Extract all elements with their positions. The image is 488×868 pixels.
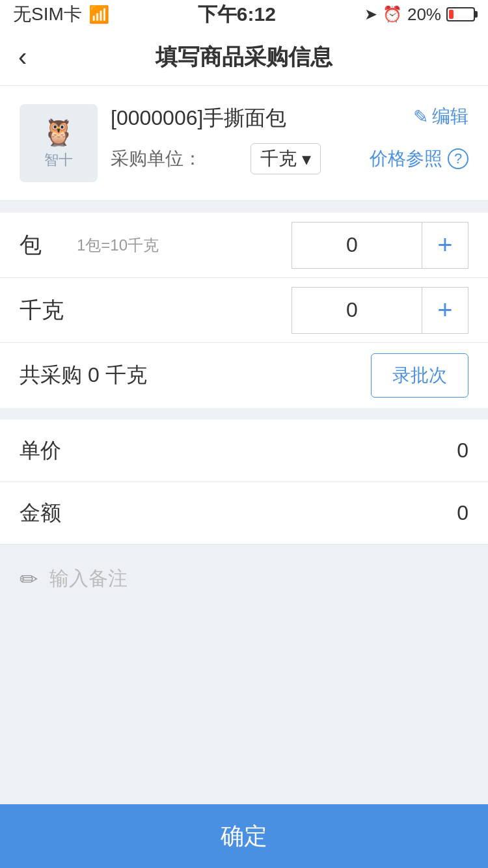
batch-button[interactable]: 录批次	[371, 353, 468, 398]
brand-text: 智十	[44, 150, 73, 170]
edit-label: 编辑	[432, 104, 468, 129]
kg-input-row: 千克 +	[0, 278, 488, 343]
unit-value: 千克	[260, 146, 297, 171]
product-image: 🦉 智十	[20, 104, 98, 182]
section-divider-2	[0, 408, 488, 420]
section-divider-1	[0, 201, 488, 213]
battery-icon	[446, 7, 475, 21]
pencil-icon: ✏	[20, 566, 38, 592]
nav-bar: ‹ 填写商品采购信息	[0, 29, 488, 86]
bottom-space	[0, 613, 488, 808]
location-icon: ➤	[364, 5, 377, 23]
carrier-label: 无SIM卡	[13, 2, 82, 27]
product-name: [0000006]手撕面包	[111, 104, 286, 133]
help-icon: ?	[448, 148, 468, 169]
wifi-icon: 📶	[88, 5, 109, 25]
bag-label: 包	[20, 230, 72, 260]
amount-row: 金额 0	[0, 482, 488, 545]
bag-plus-button[interactable]: +	[422, 222, 468, 269]
input-section: 包 1包=10千克 + 千克 + 共采购 0 千克 录批次	[0, 213, 488, 408]
kg-plus-button[interactable]: +	[422, 287, 468, 334]
confirm-button[interactable]: 确定	[0, 804, 488, 868]
remark-section[interactable]: ✏ 输入备注	[0, 545, 488, 613]
amount-value: 0	[457, 501, 468, 525]
unit-price-value: 0	[457, 439, 468, 463]
kg-label: 千克	[20, 295, 72, 325]
edit-icon: ✎	[413, 106, 428, 128]
unit-select[interactable]: 千克 ▾	[251, 143, 321, 174]
total-text: 共采购 0 千克	[20, 361, 147, 390]
alarm-icon: ⏰	[383, 5, 402, 23]
unit-price-label: 单价	[20, 437, 61, 465]
kg-input[interactable]	[291, 287, 422, 334]
battery-percent: 20%	[407, 5, 441, 25]
bag-input-row: 包 1包=10千克 +	[0, 213, 488, 278]
status-left: 无SIM卡 📶	[13, 2, 109, 27]
remark-placeholder: 输入备注	[49, 565, 128, 592]
product-unit-row: 采购单位： 千克 ▾ 价格参照 ?	[111, 143, 468, 174]
time-label: 下午6:12	[198, 1, 276, 28]
pricing-section: 单价 0 金额 0	[0, 420, 488, 545]
edit-button[interactable]: ✎ 编辑	[413, 104, 468, 129]
amount-label: 金额	[20, 499, 61, 528]
price-ref-button[interactable]: 价格参照 ?	[370, 146, 468, 171]
unit-price-row: 单价 0	[0, 420, 488, 482]
status-bar: 无SIM卡 📶 下午6:12 ➤ ⏰ 20%	[0, 0, 488, 29]
bag-field-wrap: +	[291, 222, 468, 269]
page-title: 填写商品采购信息	[156, 42, 332, 72]
back-button[interactable]: ‹	[18, 42, 27, 72]
unit-label: 采购单位：	[111, 146, 202, 171]
chevron-down-icon: ▾	[302, 148, 311, 170]
price-ref-label: 价格参照	[370, 146, 442, 171]
product-info: [0000006]手撕面包 ✎ 编辑 采购单位： 千克 ▾ 价格参照 ?	[111, 104, 468, 174]
kg-field-wrap: +	[291, 287, 468, 334]
product-logo-icon: 🦉	[42, 117, 75, 148]
status-right: ➤ ⏰ 20%	[364, 5, 475, 25]
bag-sublabel: 1包=10千克	[77, 235, 291, 256]
product-top: [0000006]手撕面包 ✎ 编辑	[111, 104, 468, 133]
total-row: 共采购 0 千克 录批次	[0, 343, 488, 408]
confirm-label: 确定	[221, 821, 267, 852]
product-card: 🦉 智十 [0000006]手撕面包 ✎ 编辑 采购单位： 千克 ▾ 价格参照 …	[0, 86, 488, 201]
bag-input[interactable]	[291, 222, 422, 269]
